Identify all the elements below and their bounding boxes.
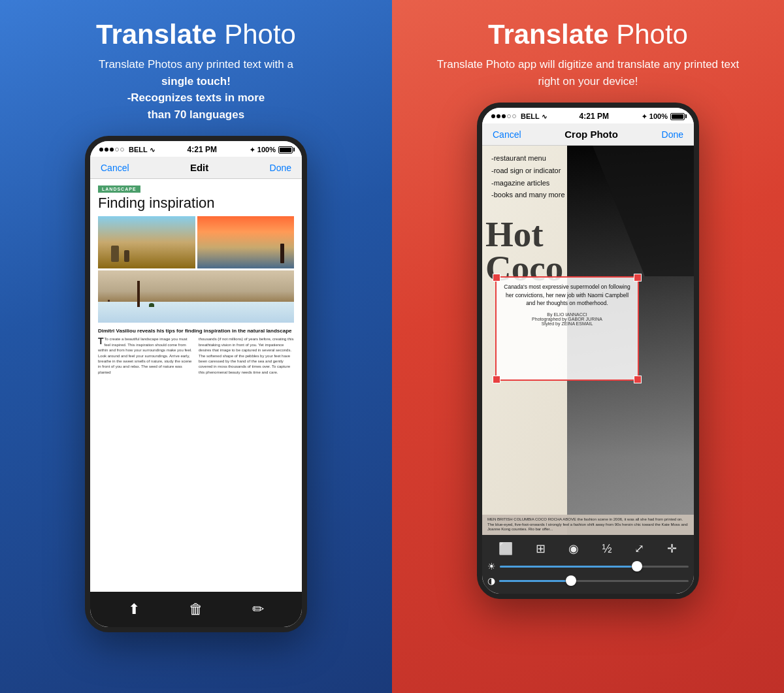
bluetooth-right: ✦ [642, 113, 647, 120]
magazine-cover: -restaurant menu -road sign or indicator… [482, 146, 694, 535]
status-left: BELL ∿ [99, 146, 155, 153]
bluetooth-left: ✦ [250, 146, 255, 153]
cover-text-overlay: -restaurant menu -road sign or indicator… [482, 146, 694, 208]
handle-tl[interactable] [493, 274, 500, 282]
status-right-right: ✦ 100% [642, 112, 685, 120]
brightness-slider-row: ☀ [487, 561, 689, 572]
contrast-thumb[interactable] [566, 575, 576, 586]
photo-tree-wide [98, 270, 294, 323]
battery-left [278, 146, 293, 153]
nav-done-right[interactable]: Done [662, 129, 683, 140]
edit-icon[interactable]: ✏ [252, 601, 264, 618]
share-icon[interactable]: ⬆ [128, 601, 140, 618]
nav-title-left: Edit [190, 162, 208, 173]
brightness-fill [500, 566, 632, 568]
mag-caption: Dimitri Vasiliou reveals his tips for fi… [98, 328, 294, 334]
wifi-icon-right: ∿ [542, 113, 547, 120]
brightness-thumb[interactable] [632, 561, 642, 572]
battery-fill-right [672, 114, 683, 119]
crop-icon[interactable]: ⬜ [498, 541, 513, 556]
left-nav-bar: Cancel Edit Done [90, 157, 302, 179]
nav-cancel-left[interactable]: Cancel [101, 163, 129, 173]
nav-title-right: Crop Photo [564, 129, 618, 140]
photo-landscape [98, 216, 195, 268]
right-phone-content: -restaurant menu -road sign or indicator… [482, 146, 694, 535]
battery-pct-right: 100% [649, 112, 668, 120]
rdot3 [502, 114, 506, 118]
brightness-track[interactable] [500, 566, 689, 568]
fraction-icon[interactable]: ½ [602, 542, 612, 556]
contrast-icon: ◑ [487, 575, 495, 586]
left-panel-subtitle: Translate Photos any printed text with a… [99, 56, 293, 123]
dot3 [110, 148, 114, 152]
mag-body-col1: T To create a beautiful landscape image … [98, 336, 193, 375]
left-panel: Translate Photo Translate Photos any pri… [0, 0, 392, 693]
color-icon[interactable]: ◉ [568, 541, 579, 556]
mag-body-col2: thousands (if not millions) of years bef… [199, 336, 294, 375]
wifi-icon-left: ∿ [150, 146, 155, 153]
nav-done-left[interactable]: Done [270, 163, 291, 173]
right-panel: Translate Photo Translate Photo app will… [392, 0, 784, 693]
dot4 [115, 148, 119, 152]
trash-icon[interactable]: 🗑 [189, 601, 203, 618]
magazine-headline: Finding inspiration [98, 195, 294, 211]
right-phone-mockup: BELL ∿ 4:21 PM ✦ 100% Cancel Crop Photo … [477, 103, 699, 599]
dot5 [120, 148, 124, 152]
carrier-right: BELL [521, 112, 540, 120]
right-panel-subtitle: Translate Photo app will digitize and tr… [431, 56, 745, 89]
magazine-photos [98, 216, 294, 323]
magazine-tag: LANDSCAPE [98, 185, 140, 193]
selection-box[interactable]: Canada's most expressive supermodel on f… [495, 276, 639, 381]
left-bottom-bar: ⬆ 🗑 ✏ [90, 592, 302, 627]
dot1 [99, 148, 103, 152]
rdot1 [491, 114, 495, 118]
contrast-slider-row: ◑ [487, 575, 689, 586]
battery-right [670, 113, 685, 120]
right-toolbar: ⬜ ⊞ ◉ ½ ⤢ ✛ ☀ ◑ [482, 535, 694, 594]
time-right: 4:21 PM [580, 112, 609, 121]
move-icon[interactable]: ✛ [667, 541, 677, 556]
time-left: 4:21 PM [188, 145, 217, 154]
right-nav-bar: Cancel Crop Photo Done [482, 123, 694, 146]
handle-tr[interactable] [634, 274, 642, 282]
toolbar-icons-row: ⬜ ⊞ ◉ ½ ⤢ ✛ [487, 541, 689, 556]
rdot2 [497, 114, 500, 118]
carrier-left: BELL [129, 146, 148, 153]
dot2 [105, 148, 108, 152]
signal-dots-right [491, 114, 516, 118]
handle-bl[interactable] [493, 376, 500, 383]
drop-cap: T [98, 336, 104, 346]
status-right-left: ✦ 100% [250, 146, 293, 153]
grid-icon[interactable]: ⊞ [536, 541, 546, 556]
cover-caption: MEN BRITISH COLUMBIA COCO ROCHA ABOVE th… [482, 515, 694, 535]
left-phone-mockup: BELL ∿ 4:21 PM ✦ 100% Cancel Edit Done L… [85, 136, 307, 632]
rotate-icon[interactable]: ⤢ [634, 541, 644, 556]
mag-body-columns: T To create a beautiful landscape image … [98, 336, 294, 375]
left-status-bar: BELL ∿ 4:21 PM ✦ 100% [90, 141, 302, 157]
battery-pct-left: 100% [257, 146, 276, 153]
signal-dots [99, 148, 124, 152]
selection-main-text: Canada's most expressive supermodel on f… [497, 278, 638, 312]
right-status-bar: BELL ∿ 4:21 PM ✦ 100% [482, 108, 694, 123]
nav-cancel-right[interactable]: Cancel [493, 129, 521, 140]
rdot4 [507, 114, 511, 118]
handle-br[interactable] [634, 376, 642, 383]
photo-sunset [197, 216, 295, 268]
contrast-fill [499, 580, 566, 582]
left-phone-content: LANDSCAPE Finding inspiration Dimitri Va… [90, 179, 302, 592]
battery-fill-left [280, 148, 291, 152]
contrast-track[interactable] [499, 580, 689, 582]
cover-bullets: -restaurant menu -road sign or indicator… [491, 152, 685, 201]
status-left-right: BELL ∿ [491, 112, 547, 120]
right-panel-title: Translate Photo [488, 20, 688, 50]
brightness-icon: ☀ [487, 561, 496, 572]
selection-byline: By ELIO IANNACCIPhotographed by GABOR JU… [497, 312, 638, 326]
rdot5 [512, 114, 516, 118]
left-panel-title: Translate Photo [96, 20, 296, 50]
